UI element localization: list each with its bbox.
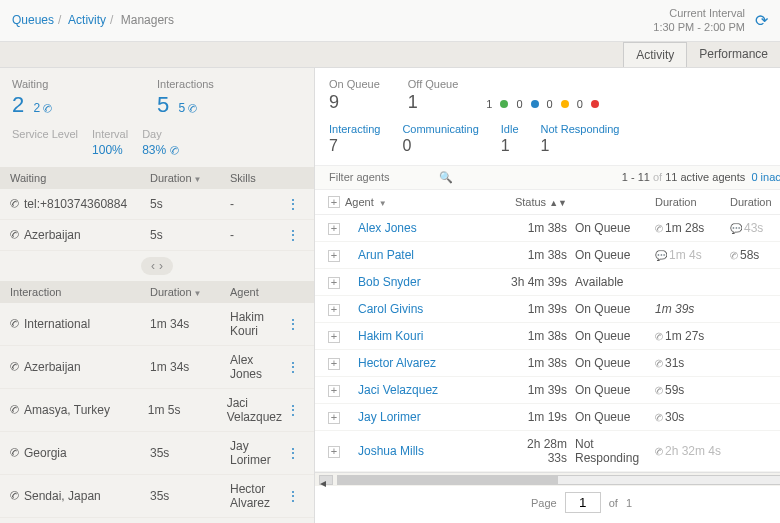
page-input[interactable] xyxy=(565,492,601,513)
expand-row-icon[interactable]: + xyxy=(328,277,340,289)
expand-row-icon[interactable]: + xyxy=(328,446,340,458)
agent-status: On Queue xyxy=(575,302,655,316)
agent-link[interactable]: Joshua Mills xyxy=(358,444,424,458)
off-queue-label: Off Queue xyxy=(408,78,459,90)
notresponding-label[interactable]: Not Responding xyxy=(541,123,620,135)
col-status[interactable]: Status xyxy=(515,196,546,208)
horizontal-scrollbar[interactable]: ◂ ▸ xyxy=(315,472,780,486)
agent-status-duration: 1m 39s xyxy=(505,302,575,316)
phone-icon: ✆ xyxy=(8,488,20,503)
idle-label[interactable]: Idle xyxy=(501,123,519,135)
agent-link[interactable]: Jaci Velazquez xyxy=(358,383,438,397)
waiting-skills: - xyxy=(230,228,282,242)
sla-interval-val: 100% xyxy=(92,143,128,157)
crumb-activity[interactable]: Activity xyxy=(68,13,106,27)
col-duration-1[interactable]: Duration xyxy=(655,196,730,208)
expand-row-icon[interactable]: + xyxy=(328,331,340,343)
kebab-icon[interactable]: ⋮ xyxy=(282,316,304,332)
agent-row: + Joshua Mills 2h 28m 33s Not Responding… xyxy=(315,431,780,472)
kebab-icon[interactable]: ⋮ xyxy=(282,359,304,375)
agent-link[interactable]: Arun Patel xyxy=(358,248,414,262)
agent-status-duration: 1m 38s xyxy=(505,248,575,262)
waiting-table-head: Waiting Duration▼ Skills xyxy=(0,167,314,189)
kebab-icon[interactable]: ⋮ xyxy=(282,227,304,243)
waiting-row: ✆Azerbaijan 5s - ⋮ xyxy=(0,220,314,251)
interacting-label[interactable]: Interacting xyxy=(329,123,380,135)
phone-icon: ✆ xyxy=(8,402,20,417)
expand-all-icon[interactable]: + xyxy=(328,196,340,208)
phone-icon: ✆ xyxy=(654,445,665,458)
sla-day-val: 83% ✆ xyxy=(142,143,178,157)
scroll-left-icon[interactable]: ◂ xyxy=(319,475,333,485)
kebab-icon[interactable]: ⋮ xyxy=(282,196,304,212)
agent-status: On Queue xyxy=(575,329,655,343)
col-duration-2[interactable]: Duration xyxy=(730,196,780,208)
status-dot-icon xyxy=(345,225,352,232)
tab-activity[interactable]: Activity xyxy=(623,42,687,67)
interaction-agent: Jaci Velazquez xyxy=(227,396,282,424)
agent-status-duration: 1m 38s xyxy=(505,221,575,235)
sort-caret-icon[interactable]: ▼ xyxy=(194,289,202,298)
col-agent[interactable]: Agent xyxy=(345,196,374,208)
current-interval: Current Interval 1:30 PM - 2:00 PM xyxy=(653,6,745,35)
status-dot-icon xyxy=(345,448,352,455)
expand-row-icon[interactable]: + xyxy=(328,412,340,424)
agent-d1: ✆2h 32m 4s xyxy=(655,444,730,458)
interaction-row: ✆Amasya, Turkey 1m 5s Jaci Velazquez ⋮ xyxy=(0,389,314,432)
agent-status: On Queue xyxy=(575,356,655,370)
waiting-label: Waiting xyxy=(12,78,157,90)
interaction-row: ✆Georgia 35s Jay Lorimer ⋮ xyxy=(0,432,314,475)
agent-link[interactable]: Hector Alvarez xyxy=(358,356,436,370)
agent-status-duration: 1m 38s xyxy=(505,329,575,343)
phone-icon: ✆ xyxy=(729,249,740,262)
sort-icon[interactable]: ▲▼ xyxy=(549,198,567,208)
agent-row: + Hakim Kouri 1m 38s On Queue ✆1m 27s xyxy=(315,323,780,350)
search-icon[interactable]: 🔍 xyxy=(439,171,453,184)
interactions-count: 5 5 ✆ xyxy=(157,92,302,118)
kebab-icon[interactable]: ⋮ xyxy=(282,488,304,504)
expand-row-icon[interactable]: + xyxy=(328,304,340,316)
phone-icon: ✆ xyxy=(654,222,665,235)
expand-row-icon[interactable]: + xyxy=(328,223,340,235)
phone-icon: ✆ xyxy=(8,196,20,211)
interaction-duration: 1m 34s xyxy=(150,360,230,374)
expand-row-icon[interactable]: + xyxy=(328,250,340,262)
agent-row: + Carol Givins 1m 39s On Queue 1m 39s xyxy=(315,296,780,323)
tab-performance[interactable]: Performance xyxy=(687,42,780,67)
refresh-icon[interactable]: ⟳ xyxy=(755,11,768,30)
communicating-label[interactable]: Communicating xyxy=(402,123,478,135)
expand-row-icon[interactable]: + xyxy=(328,385,340,397)
interaction-duration: 35s xyxy=(150,489,230,503)
sla-day-label: Day xyxy=(142,128,178,140)
interaction-table-head: Interaction Duration▼ Agent xyxy=(0,281,314,303)
notresponding-val: 1 xyxy=(541,137,620,155)
sort-caret-icon[interactable]: ▼ xyxy=(194,175,202,184)
interaction-agent: Jay Lorimer xyxy=(230,439,282,467)
crumb-queues[interactable]: Queues xyxy=(12,13,54,27)
agent-status: On Queue xyxy=(575,383,655,397)
inactive-agents-link[interactable]: 0 inactive agents xyxy=(751,171,780,183)
filter-agents-input[interactable] xyxy=(329,171,439,183)
status-dot-icon xyxy=(345,387,352,394)
agent-link[interactable]: Bob Snyder xyxy=(358,275,421,289)
agent-link[interactable]: Alex Jones xyxy=(358,221,417,235)
on-queue-val: 9 xyxy=(329,92,380,113)
waiting-name: Azerbaijan xyxy=(24,228,81,242)
agent-count: 1 - 11 of 11 active agents xyxy=(622,171,746,183)
communicating-val: 0 xyxy=(402,137,478,155)
agent-link[interactable]: Hakim Kouri xyxy=(358,329,423,343)
nav-pill[interactable]: ‹› xyxy=(141,257,173,275)
status-dot-icon xyxy=(345,252,352,259)
interaction-name: Amasya, Turkey xyxy=(24,403,110,417)
kebab-icon[interactable]: ⋮ xyxy=(282,445,304,461)
sort-caret-icon[interactable]: ▼ xyxy=(379,199,387,208)
expand-row-icon[interactable]: + xyxy=(328,358,340,370)
waiting-skills: - xyxy=(230,197,282,211)
agent-row: + Jaci Velazquez 1m 39s On Queue ✆59s xyxy=(315,377,780,404)
interaction-name: International xyxy=(24,317,90,331)
agent-link[interactable]: Jay Lorimer xyxy=(358,410,421,424)
agent-link[interactable]: Carol Givins xyxy=(358,302,423,316)
interaction-duration: 1m 5s xyxy=(148,403,227,417)
crumb-managers: Managers xyxy=(121,13,174,27)
kebab-icon[interactable]: ⋮ xyxy=(282,402,304,418)
